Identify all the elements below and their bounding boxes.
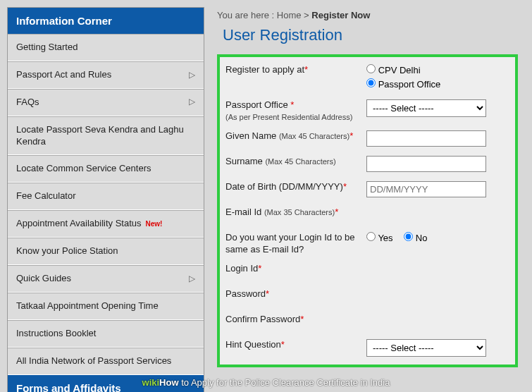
label-email: E-mail Id (Max 35 Characters)* — [225, 207, 366, 219]
sidebar-item-tatkaal[interactable]: Tatkaal Appointment Opening Time — [8, 293, 204, 320]
sidebar-item-fee-calc[interactable]: Fee Calculator — [8, 183, 204, 210]
chevron-right-icon: ▷ — [189, 70, 195, 81]
sidebar-item-instructions[interactable]: Instructions Booklet — [8, 320, 204, 348]
sidebar-item-faqs[interactable]: FAQs▷ — [8, 89, 204, 116]
sidebar-item-getting-started[interactable]: Getting Started — [8, 34, 204, 61]
radio-no[interactable]: No — [404, 232, 427, 243]
registration-form: Register to apply at* CPV Delhi Passport… — [217, 54, 518, 367]
breadcrumb-current: Register Now — [311, 10, 370, 20]
label-register-at: Register to apply at* — [225, 64, 366, 76]
new-badge: New! — [146, 220, 163, 228]
label-same-login: Do you want your Login Id to be same as … — [225, 232, 366, 256]
label-login-id: Login Id* — [225, 263, 366, 275]
same-login-radios: Yes No — [366, 232, 509, 243]
register-at-radios: CPV Delhi Passport Office — [366, 64, 509, 92]
surname-input[interactable] — [366, 156, 486, 172]
sidebar: Information Corner Getting Started Passp… — [7, 7, 204, 392]
label-password: Password* — [225, 288, 366, 300]
dob-input[interactable] — [366, 181, 486, 197]
given-name-input[interactable] — [366, 130, 486, 147]
label-passport-office: Passport Office *(As per Present Residen… — [225, 99, 366, 123]
main-content: You are here : Home > Register Now User … — [210, 7, 525, 392]
radio-passport-office[interactable]: Passport Office — [366, 78, 509, 90]
breadcrumb-home[interactable]: Home — [277, 10, 302, 20]
sidebar-item-network[interactable]: All India Network of Passport Services — [8, 348, 204, 375]
sidebar-item-passport-act[interactable]: Passport Act and Rules▷ — [8, 61, 204, 89]
label-given-name: Given Name (Max 45 Characters)* — [225, 130, 366, 142]
watermark: wikiHow to Apply for the Police Clearanc… — [0, 377, 532, 388]
label-confirm-password: Confirm Password* — [225, 314, 366, 326]
label-surname: Surname (Max 45 Characters) — [225, 156, 366, 168]
label-dob: Date of Birth (DD/MM/YYYY)* — [225, 181, 366, 193]
sidebar-item-appointment[interactable]: Appointment Availability StatusNew! — [8, 210, 204, 238]
label-hint-question: Hint Question* — [225, 339, 366, 351]
chevron-right-icon: ▷ — [189, 97, 195, 108]
passport-office-select[interactable]: ----- Select ----- — [366, 99, 486, 117]
sidebar-item-police-station[interactable]: Know your Police Station — [8, 238, 204, 265]
chevron-right-icon: ▷ — [189, 274, 195, 285]
radio-yes[interactable]: Yes — [366, 232, 393, 243]
sidebar-item-quick-guides[interactable]: Quick Guides▷ — [8, 265, 204, 293]
breadcrumb: You are here : Home > Register Now — [217, 10, 518, 20]
radio-cpv-delhi[interactable]: CPV Delhi — [366, 64, 509, 75]
hint-question-select[interactable]: ----- Select ----- — [366, 339, 486, 357]
sidebar-item-locate-csc[interactable]: Locate Common Service Centers — [8, 155, 204, 183]
sidebar-header-info: Information Corner — [8, 8, 204, 34]
sidebar-item-locate-kendra[interactable]: Locate Passport Seva Kendra and Laghu Ke… — [8, 116, 204, 156]
page-title: User Registration — [223, 26, 518, 44]
